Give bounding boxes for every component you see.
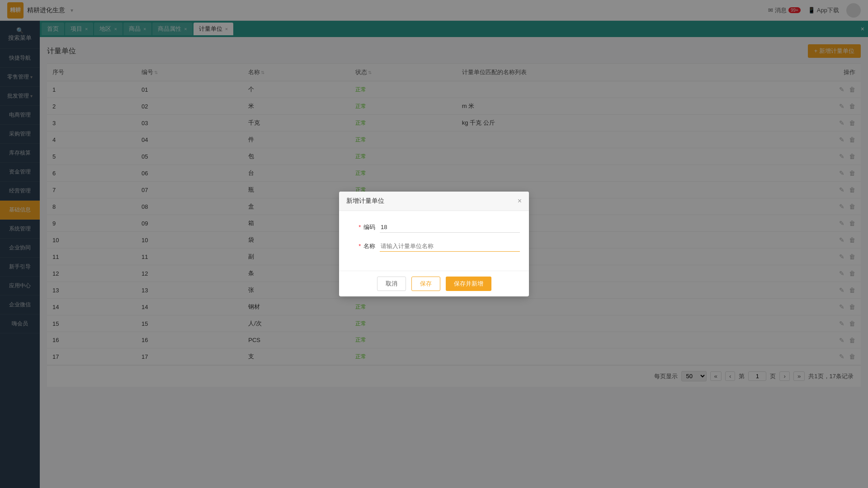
save-button[interactable]: 保存: [411, 277, 440, 291]
cancel-button[interactable]: 取消: [377, 277, 406, 291]
name-label: * 名称: [348, 242, 375, 250]
required-star: *: [359, 243, 361, 249]
name-input[interactable]: [380, 241, 520, 252]
modal-title: 新增计量单位: [346, 197, 384, 205]
modal-header: 新增计量单位 ×: [339, 192, 529, 211]
modal-close-btn[interactable]: ×: [518, 197, 522, 205]
modal-overlay[interactable]: 新增计量单位 × * 编码 * 名称 取消 保存 保存并新增: [0, 0, 868, 488]
required-star: *: [359, 224, 361, 230]
name-form-row: * 名称: [348, 241, 520, 252]
code-input[interactable]: [380, 222, 520, 233]
code-label: * 编码: [348, 223, 375, 231]
add-unit-modal: 新增计量单位 × * 编码 * 名称 取消 保存 保存并新增: [339, 192, 529, 296]
code-form-row: * 编码: [348, 222, 520, 233]
modal-footer: 取消 保存 保存并新增: [339, 271, 529, 296]
save-new-button[interactable]: 保存并新增: [446, 277, 491, 291]
modal-body: * 编码 * 名称: [339, 211, 529, 271]
